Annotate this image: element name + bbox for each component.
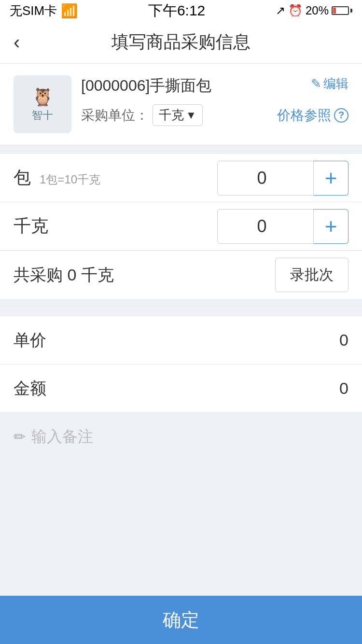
status-left: 无SIM卡 📶	[10, 2, 78, 19]
bag-qty-input[interactable]	[217, 161, 314, 196]
notes-placeholder: 输入备注	[31, 426, 93, 448]
unit-price-value: 0	[339, 331, 348, 350]
edit-icon: ✎	[311, 76, 321, 91]
nav-bar: ‹ 填写商品采购信息	[0, 21, 362, 64]
unit-price-label: 单价	[14, 329, 46, 351]
unit-label: 采购单位： 千克 ▼	[81, 104, 203, 126]
product-logo: 🦉 智十	[32, 86, 54, 122]
kg-qty-wrap: +	[217, 209, 348, 244]
product-header: [0000006]手撕面包 ✎ 编辑	[81, 75, 348, 97]
info-icon: ?	[334, 108, 348, 123]
product-unit-row: 采购单位： 千克 ▼ 价格参照 ?	[81, 104, 348, 126]
batch-button[interactable]: 录批次	[275, 258, 348, 292]
confirm-button[interactable]: 确定	[0, 596, 362, 644]
bag-plus-button[interactable]: +	[314, 161, 348, 196]
dropdown-icon: ▼	[186, 109, 196, 122]
bag-sublabel: 1包=10千克	[40, 173, 100, 186]
wifi-icon: 📶	[61, 3, 78, 19]
amount-row: 金额 0	[0, 364, 362, 413]
unit-price-row: 单价 0	[0, 316, 362, 364]
page-title: 填写商品采购信息	[111, 30, 251, 54]
status-time: 下午6:12	[148, 1, 205, 21]
price-ref-button[interactable]: 价格参照 ?	[277, 106, 348, 125]
product-card: 🦉 智十 [0000006]手撕面包 ✎ 编辑 采购单位： 千克 ▼ 价格参照	[0, 64, 362, 145]
back-button[interactable]: ‹	[14, 31, 20, 53]
battery-icon	[332, 6, 352, 15]
alarm-icon: ⏰	[288, 4, 303, 17]
kg-plus-button[interactable]: +	[314, 209, 348, 244]
location-icon: ↗	[276, 4, 285, 17]
pricing-section: 单价 0 金额 0	[0, 316, 362, 413]
bag-input-row: 包 1包=10千克 +	[0, 154, 362, 202]
bag-label: 包 1包=10千克	[14, 166, 217, 190]
kg-input-row: 千克 +	[0, 202, 362, 251]
amount-value: 0	[339, 379, 348, 398]
status-right: ↗ ⏰ 20%	[276, 4, 352, 17]
notes-section[interactable]: ✏ 输入备注	[0, 413, 362, 471]
product-name: [0000006]手撕面包	[81, 75, 211, 97]
product-info: [0000006]手撕面包 ✎ 编辑 采购单位： 千克 ▼ 价格参照 ?	[81, 75, 348, 126]
product-image: 🦉 智十	[14, 75, 71, 133]
notes-icon: ✏	[14, 428, 26, 445]
content-area	[0, 471, 362, 616]
edit-button[interactable]: ✎ 编辑	[311, 75, 348, 92]
section-divider-2	[0, 299, 362, 308]
section-divider-1	[0, 145, 362, 154]
kg-qty-input[interactable]	[217, 209, 314, 244]
summary-text: 共采购 0 千克	[14, 264, 114, 286]
summary-amount: 0	[67, 266, 76, 284]
battery-percent: 20%	[306, 4, 329, 17]
status-bar: 无SIM卡 📶 下午6:12 ↗ ⏰ 20%	[0, 0, 362, 21]
confirm-label: 确定	[163, 608, 199, 632]
unit-select[interactable]: 千克 ▼	[153, 104, 203, 126]
kg-label: 千克	[14, 214, 217, 238]
summary-row: 共采购 0 千克 录批次	[0, 251, 362, 299]
input-section: 包 1包=10千克 + 千克 +	[0, 154, 362, 251]
carrier-text: 无SIM卡	[10, 2, 57, 19]
bag-qty-wrap: +	[217, 161, 348, 196]
amount-label: 金额	[14, 378, 46, 400]
